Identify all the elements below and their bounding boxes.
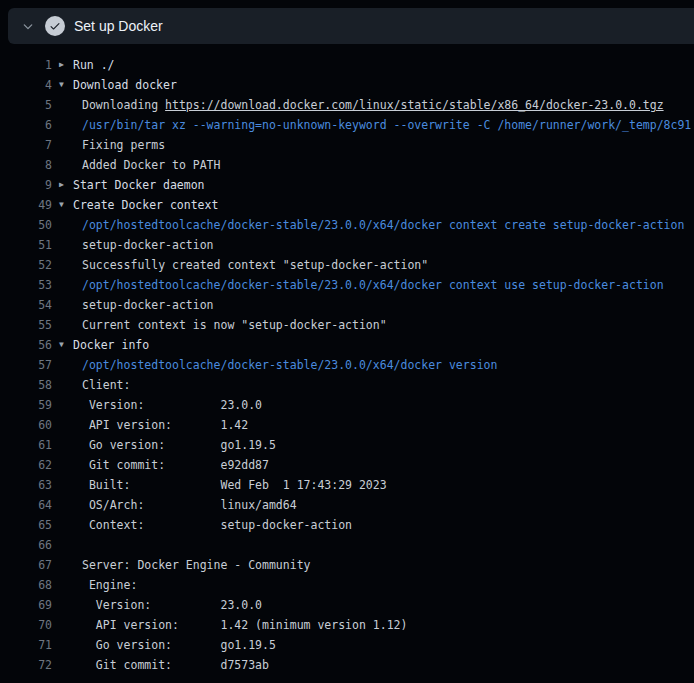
log-line: 59 Version: 23.0.0 <box>0 395 694 415</box>
log-text: Go version: go1.19.5 <box>82 435 276 455</box>
command-text: /opt/hostedtoolcache/docker-stable/23.0.… <box>82 215 684 235</box>
line-number[interactable]: 49 <box>0 195 52 215</box>
line-number[interactable]: 71 <box>0 635 52 655</box>
log-line: 6/usr/bin/tar xz --warning=no-unknown-ke… <box>0 115 694 135</box>
log-line: 1▶Run ./ <box>0 55 694 75</box>
log-text: Server: Docker Engine - Community <box>82 555 310 575</box>
log-line: 4▼Download docker <box>0 75 694 95</box>
line-number[interactable]: 53 <box>0 275 52 295</box>
log-line: 62 Git commit: e92dd87 <box>0 455 694 475</box>
line-number[interactable]: 7 <box>0 135 52 155</box>
log-line: 7Fixing perms <box>0 135 694 155</box>
line-number[interactable]: 57 <box>0 355 52 375</box>
log-line: 5Downloading https://download.docker.com… <box>0 95 694 115</box>
command-text: /usr/bin/tar xz --warning=no-unknown-key… <box>82 115 691 135</box>
line-number[interactable]: 9 <box>0 175 52 195</box>
log-text: Current context is now "setup-docker-act… <box>82 315 387 335</box>
line-number[interactable]: 50 <box>0 215 52 235</box>
line-number[interactable]: 63 <box>0 475 52 495</box>
log-text: Engine: <box>82 575 137 595</box>
log-text: setup-docker-action <box>82 235 214 255</box>
log-line: 69 Version: 23.0.0 <box>0 595 694 615</box>
log-text: Added Docker to PATH <box>82 155 220 175</box>
group-title[interactable]: Download docker <box>73 75 177 95</box>
step-title: Set up Docker <box>74 18 163 34</box>
check-circle-icon <box>45 16 65 36</box>
log-text: Client: <box>82 375 130 395</box>
line-number[interactable]: 60 <box>0 415 52 435</box>
log-line: 72 Git commit: d7573ab <box>0 655 694 675</box>
log-line: 65 Context: setup-docker-action <box>0 515 694 535</box>
log-line: 64 OS/Arch: linux/amd64 <box>0 495 694 515</box>
triangle-down-icon[interactable]: ▼ <box>59 195 73 215</box>
log-text: Downloading https://download.docker.com/… <box>82 95 664 115</box>
log-text: Context: setup-docker-action <box>82 515 352 535</box>
group-title[interactable]: Start Docker daemon <box>73 175 205 195</box>
line-number[interactable]: 5 <box>0 95 52 115</box>
log-text: OS/Arch: linux/amd64 <box>82 495 297 515</box>
log-text: Git commit: d7573ab <box>82 655 269 675</box>
triangle-down-icon[interactable]: ▼ <box>59 75 73 95</box>
log-container: 1▶Run ./4▼Download docker5Downloading ht… <box>0 44 694 683</box>
log-text: Go version: go1.19.5 <box>82 635 276 655</box>
line-number[interactable]: 67 <box>0 555 52 575</box>
log-link[interactable]: https://download.docker.com/linux/static… <box>165 98 664 112</box>
log-line: 67Server: Docker Engine - Community <box>0 555 694 575</box>
line-number[interactable]: 69 <box>0 595 52 615</box>
log-line: 58Client: <box>0 375 694 395</box>
log-line: 61 Go version: go1.19.5 <box>0 435 694 455</box>
log-text: Fixing perms <box>82 135 165 155</box>
triangle-right-icon[interactable]: ▶ <box>59 175 73 195</box>
log-line: 55Current context is now "setup-docker-a… <box>0 315 694 335</box>
line-number[interactable]: 68 <box>0 575 52 595</box>
line-number[interactable]: 59 <box>0 395 52 415</box>
log-line: 71 Go version: go1.19.5 <box>0 635 694 655</box>
line-number[interactable]: 8 <box>0 155 52 175</box>
line-number[interactable]: 51 <box>0 235 52 255</box>
triangle-down-icon[interactable]: ▼ <box>59 335 73 355</box>
log-text: API version: 1.42 (minimum version 1.12) <box>82 615 407 635</box>
log-line: 54setup-docker-action <box>0 295 694 315</box>
line-number[interactable]: 62 <box>0 455 52 475</box>
chevron-down-icon[interactable] <box>20 18 36 34</box>
line-number[interactable]: 52 <box>0 255 52 275</box>
step-header[interactable]: Set up Docker <box>8 8 694 44</box>
log-text: setup-docker-action <box>82 295 214 315</box>
log-text: API version: 1.42 <box>82 415 248 435</box>
log-line: 49▼Create Docker context <box>0 195 694 215</box>
log-text: Successfully created context "setup-dock… <box>82 255 428 275</box>
log-text: Built: Wed Feb 1 17:43:29 2023 <box>82 475 387 495</box>
line-number[interactable]: 61 <box>0 435 52 455</box>
line-number[interactable]: 6 <box>0 115 52 135</box>
line-number[interactable]: 65 <box>0 515 52 535</box>
log-text: Git commit: e92dd87 <box>82 455 269 475</box>
log-text: Version: 23.0.0 <box>82 595 262 615</box>
log-line: 63 Built: Wed Feb 1 17:43:29 2023 <box>0 475 694 495</box>
line-number[interactable]: 66 <box>0 535 52 555</box>
line-number[interactable]: 56 <box>0 335 52 355</box>
command-text: /opt/hostedtoolcache/docker-stable/23.0.… <box>82 355 497 375</box>
command-text: /opt/hostedtoolcache/docker-stable/23.0.… <box>82 275 664 295</box>
triangle-right-icon[interactable]: ▶ <box>59 55 73 75</box>
group-title[interactable]: Run ./ <box>73 55 115 75</box>
log-line: 60 API version: 1.42 <box>0 415 694 435</box>
log-line: 9▶Start Docker daemon <box>0 175 694 195</box>
line-number[interactable]: 64 <box>0 495 52 515</box>
log-line: 66 <box>0 535 694 555</box>
log-line: 68 Engine: <box>0 575 694 595</box>
log-line: 53/opt/hostedtoolcache/docker-stable/23.… <box>0 275 694 295</box>
line-number[interactable]: 72 <box>0 655 52 675</box>
group-title[interactable]: Docker info <box>73 335 149 355</box>
line-number[interactable]: 4 <box>0 75 52 95</box>
log-text: Version: 23.0.0 <box>82 395 262 415</box>
line-number[interactable]: 70 <box>0 615 52 635</box>
line-number[interactable]: 58 <box>0 375 52 395</box>
log-line: 50/opt/hostedtoolcache/docker-stable/23.… <box>0 215 694 235</box>
group-title[interactable]: Create Docker context <box>73 195 218 215</box>
line-number[interactable]: 55 <box>0 315 52 335</box>
log-line: 8Added Docker to PATH <box>0 155 694 175</box>
log-line: 70 API version: 1.42 (minimum version 1.… <box>0 615 694 635</box>
line-number[interactable]: 1 <box>0 55 52 75</box>
line-number[interactable]: 54 <box>0 295 52 315</box>
log-line: 57/opt/hostedtoolcache/docker-stable/23.… <box>0 355 694 375</box>
